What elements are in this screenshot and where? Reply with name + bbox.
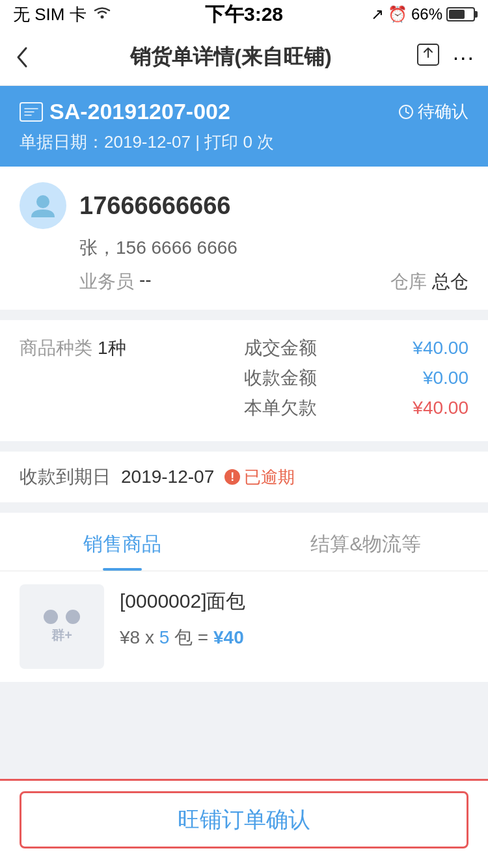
collected-amount-value: ¥0.00	[423, 368, 468, 388]
nav-bar: 销货单详情(来自旺铺) ···	[0, 29, 488, 86]
owed-amount-value: ¥40.00	[413, 398, 468, 418]
product-total: ¥40	[213, 627, 244, 647]
info-section: 商品种类 1种 成交金额 ¥40.00 收款金额 ¥0.00 本单欠款 ¥40.…	[0, 320, 488, 441]
svg-point-4	[36, 195, 49, 208]
confirm-order-button[interactable]: 旺铺订单确认	[20, 791, 468, 848]
customer-name: 张，156 6666 6666	[79, 236, 468, 260]
battery-percent: 66%	[411, 5, 442, 23]
overdue-text: 已逾期	[244, 466, 295, 489]
amounts-section: 成交金额 ¥40.00 收款金额 ¥0.00 本单欠款 ¥40.00	[244, 336, 468, 426]
product-info: [0000002]面包 ¥8 x 5 包 = ¥40	[120, 584, 468, 650]
collected-amount-label: 收款金额	[244, 366, 317, 390]
warehouse-value: 总仓	[432, 269, 468, 294]
owl-logo-text: 群+	[51, 627, 72, 644]
carrier-text: 无 SIM 卡	[13, 3, 87, 26]
avatar	[20, 182, 66, 229]
customer-section: 17666666666 张，156 6666 6666 业务员 -- 仓库 总仓	[0, 167, 488, 310]
salesperson-value: --	[139, 269, 152, 294]
due-date-value: 2019-12-07	[121, 467, 214, 487]
customer-phone: 17666666666	[79, 192, 230, 220]
share-icon[interactable]	[416, 43, 440, 71]
wifi-icon	[92, 5, 113, 25]
page-title: 销货单详情(来自旺铺)	[52, 43, 410, 72]
more-icon[interactable]: ···	[453, 44, 475, 70]
order-date: 单据日期：2019-12-07 | 打印 0 次	[20, 131, 468, 154]
battery-icon	[446, 7, 475, 21]
status-left: 无 SIM 卡	[13, 3, 113, 26]
tab-settlement[interactable]: 结算&物流等	[244, 513, 488, 571]
status-bar: 无 SIM 卡 下午3:28 ↗ ⏰ 66%	[0, 0, 488, 29]
due-section: 收款到期日 2019-12-07 ! 已逾期	[0, 452, 488, 502]
overdue-badge: ! 已逾期	[224, 466, 295, 489]
product-types-label: 商品种类	[20, 336, 98, 360]
product-thumbnail: 群+	[20, 584, 104, 669]
product-types-value: 1种	[98, 336, 126, 360]
product-quantity: 5	[159, 627, 170, 647]
status-time: 下午3:28	[205, 1, 283, 28]
deal-amount-value: ¥40.00	[413, 338, 468, 359]
location-icon: ↗	[371, 5, 384, 23]
warehouse-label: 仓库	[390, 269, 427, 294]
customer-meta: 业务员 -- 仓库 总仓	[79, 269, 468, 294]
bottom-bar: 旺铺订单确认	[0, 779, 488, 868]
owl-eye-left	[44, 610, 58, 624]
nav-actions: ···	[410, 43, 475, 71]
product-calc: ¥8 x 5 包 = ¥40	[120, 625, 468, 650]
product-item: 群+ [0000002]面包 ¥8 x 5 包 = ¥40	[20, 584, 468, 669]
back-button[interactable]	[13, 43, 52, 72]
tabs-header: 销售商品 结算&物流等	[0, 513, 488, 571]
svg-point-0	[100, 15, 103, 18]
alarm-icon: ⏰	[388, 5, 407, 23]
product-name: [0000002]面包	[120, 588, 468, 615]
tab-sales-products[interactable]: 销售商品	[0, 513, 244, 571]
status-right: ↗ ⏰ 66%	[371, 5, 475, 23]
deal-amount-label: 成交金额	[244, 336, 317, 360]
salesperson-label: 业务员	[79, 269, 134, 294]
owed-amount-label: 本单欠款	[244, 396, 317, 420]
order-id: SA-20191207-002	[20, 99, 230, 124]
product-list: 群+ [0000002]面包 ¥8 x 5 包 = ¥40	[0, 571, 488, 682]
overdue-icon: !	[224, 469, 240, 485]
due-label: 收款到期日	[20, 465, 111, 489]
order-header: SA-20191207-002 待确认 单据日期：2019-12-07 | 打印…	[0, 86, 488, 167]
tabs-section: 销售商品 结算&物流等 群+ [0000002]面包 ¥8 x 5	[0, 513, 488, 682]
owl-eye-right	[66, 610, 80, 624]
order-status: 待确认	[398, 100, 468, 123]
